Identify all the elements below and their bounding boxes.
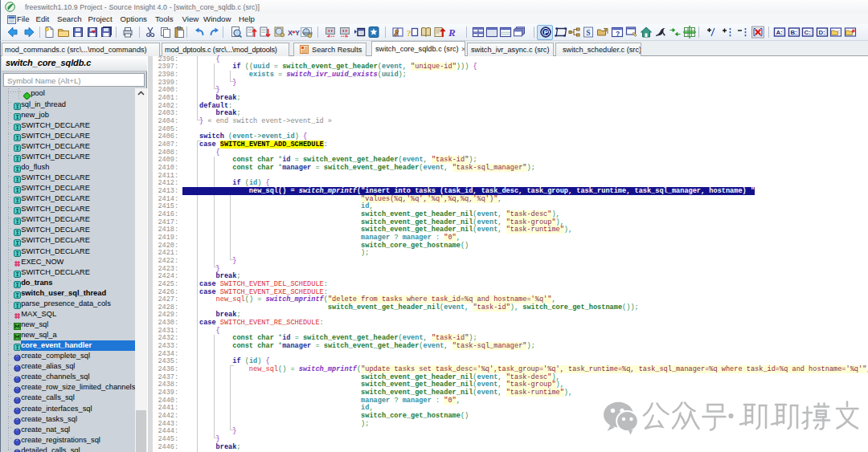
svg-text:?: ?	[616, 30, 620, 38]
svg-text:B:: B:	[790, 29, 796, 36]
svg-text:D:: D:	[818, 29, 825, 36]
svg-text:R: R	[448, 26, 456, 39]
svg-text:A:: A:	[776, 29, 782, 36]
svg-text:P: P	[544, 29, 549, 36]
svg-text:C:: C:	[804, 29, 810, 36]
svg-text:X: X	[288, 29, 293, 37]
svg-text:S: S	[586, 29, 590, 37]
svg-text:?: ?	[407, 28, 411, 38]
